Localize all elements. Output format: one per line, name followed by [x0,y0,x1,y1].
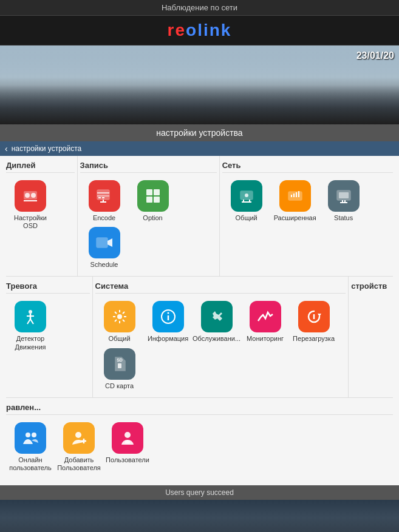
logo-re: re [168,21,186,39]
status-icon [328,180,360,212]
camera-bottom-feed [0,500,399,532]
svg-rect-12 [154,189,160,195]
svg-line-36 [30,319,33,324]
back-arrow[interactable]: ‹ [5,144,8,153]
option-icon [137,180,169,212]
option-item[interactable]: Option [129,178,177,224]
osd-label: Настройки OSD [9,214,52,230]
online-users-icon [15,422,46,454]
svg-rect-13 [146,197,152,203]
add-user-label: Добавить Пользователя [57,456,101,472]
advanced-item[interactable]: Расширенная [271,178,319,224]
maintenance-item[interactable]: Обслуживани... [193,298,241,345]
svg-rect-15 [97,238,107,247]
svg-line-44 [123,312,124,314]
svg-rect-51 [118,363,121,368]
info-item[interactable]: Информация [144,298,193,345]
section-record-header: Запись [80,156,217,173]
sdcard-item[interactable]: SD CD карта [95,346,144,392]
svg-point-55 [75,432,81,438]
general-icon [231,180,262,212]
status-label: Status [334,214,353,222]
info-icon [152,301,184,332]
encode-icon [89,180,120,212]
advanced-label: Расширенная [274,214,316,222]
add-user-icon [63,422,95,454]
svg-point-2 [31,193,36,198]
section-device-label: стройств [349,277,393,397]
svg-rect-11 [146,189,152,195]
svg-marker-49 [318,314,321,317]
reboot-icon [298,301,330,332]
breadcrumb-bar[interactable]: ‹ настройки устройста [0,141,399,156]
section-row2: Тревога Детектор Движения Система Общий [6,277,393,397]
svg-rect-8 [102,197,104,198]
encode-item[interactable]: Encode [80,178,129,224]
alarm-items: Детектор Движения [6,294,90,358]
logo-olink: olink [186,21,231,39]
logo-bar: reolink [0,16,399,45]
osd-item[interactable]: Настройки OSD [6,178,55,232]
monitoring-icon [250,301,281,332]
svg-text:SD: SD [117,358,123,362]
breadcrumb-text: настройки устройста [12,144,82,153]
svg-marker-16 [107,238,112,247]
motion-label: Детектор Движения [9,335,52,351]
monitoring-item[interactable]: Мониторинг [241,298,290,345]
users-item[interactable]: Пользователи [103,420,152,474]
online-users-label: Онлайн пользователь [9,456,52,472]
motion-icon [15,301,46,332]
svg-rect-7 [98,197,101,198]
section-network: Сеть Общий Расширенная [220,156,393,276]
sys-general-icon [104,301,135,332]
motion-item[interactable]: Детектор Движения [6,298,55,353]
svg-rect-59 [125,440,130,443]
svg-line-45 [115,320,117,322]
option-label: Option [143,214,162,222]
svg-rect-22 [288,192,302,200]
svg-point-54 [32,433,36,437]
reboot-item[interactable]: Перезагрузка [290,298,338,345]
svg-point-1 [25,193,30,198]
sys-general-label: Общий [108,335,130,343]
status-item[interactable]: Status [319,178,368,224]
svg-point-37 [117,314,122,319]
svg-point-32 [29,310,32,314]
online-users-item[interactable]: Онлайн пользователь [6,420,55,474]
display-items: Настройки OSD [6,173,75,237]
device-header-text: стройств [351,281,387,291]
camera-timestamp: 23/01/20 [356,50,394,61]
svg-rect-14 [154,197,160,203]
section-row1: Диплей Настройки OSD Запись Encode [6,156,393,277]
svg-rect-31 [339,192,349,198]
section-network-header: Сеть [222,156,393,173]
section-alarm-header: Тревога [6,277,90,294]
schedule-item[interactable]: Schedule [80,224,129,271]
svg-point-48 [167,312,169,314]
monitoring-label: Мониторинг [247,335,284,343]
settings-grid: Диплей Настройки OSD Запись Encode [0,156,399,485]
svg-line-43 [123,320,124,322]
info-label: Информация [148,335,188,343]
sdcard-label: CD карта [105,382,134,390]
desk-scene [0,500,399,532]
sdcard-icon: SD [104,348,135,380]
camera-curtain [0,45,399,124]
settings-header: настройки устройства [0,124,399,141]
encode-label: Encode [93,214,115,222]
section-alarm: Тревога Детектор Движения [6,277,93,397]
section-display-header: Диплей [6,156,75,173]
general-item[interactable]: Общий [222,178,271,224]
general-label: Общий [236,214,257,222]
svg-point-21 [245,194,248,197]
management-items: Онлайн пользователь Добавить Пользовател… [6,415,393,479]
osd-icon [15,180,46,212]
add-user-item[interactable]: Добавить Пользователя [55,420,103,474]
advanced-icon [279,180,311,212]
svg-point-53 [26,433,30,437]
users-icon [112,422,143,454]
logo: reolink [168,21,232,39]
section-display: Диплей Настройки OSD [6,156,78,276]
svg-line-42 [115,312,117,314]
sys-general-item[interactable]: Общий [95,298,144,345]
